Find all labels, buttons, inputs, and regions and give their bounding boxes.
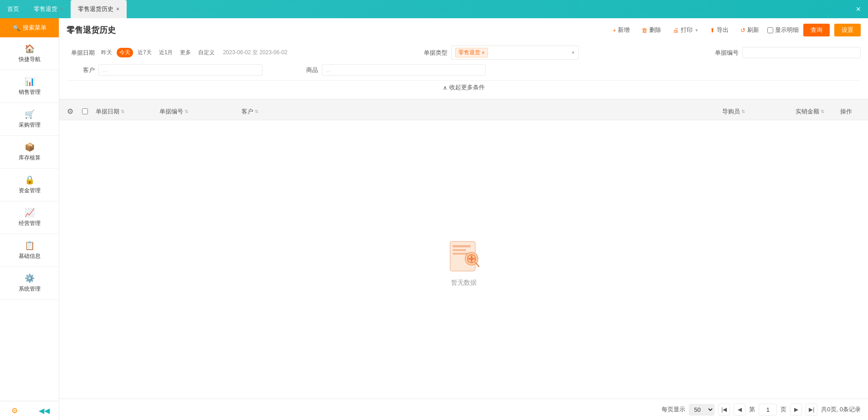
customer-input[interactable] — [98, 64, 262, 76]
sidebar-item-quick-nav[interactable]: 🏠 快捷导航 — [0, 37, 59, 70]
no-input[interactable] — [742, 47, 861, 58]
th-customer[interactable]: 客户 ⇅ — [238, 108, 719, 116]
th-amount-sort-icon: ⇅ — [821, 109, 824, 114]
svg-rect-1 — [452, 245, 471, 247]
date-btn-yesterday[interactable]: 昨天 — [98, 48, 115, 57]
query-button[interactable]: 查询 — [803, 24, 830, 36]
svg-rect-3 — [452, 253, 468, 255]
sidebar-item-basic-info-label: 基础信息 — [19, 252, 41, 260]
page-number-input[interactable] — [759, 404, 777, 415]
page-header-top: 零售退货历史 + 新增 🗑 删除 🖨 打印 ▾ — [67, 24, 861, 36]
no-label: 单据编号 — [710, 49, 742, 57]
type-tag-remove[interactable]: × — [482, 50, 485, 56]
date-btn-7days[interactable]: 近7天 — [135, 48, 154, 57]
audio-button[interactable]: ◀◀ — [30, 401, 59, 420]
table-select-all-checkbox[interactable] — [77, 108, 92, 114]
date-btn-custom[interactable]: 自定义 — [195, 48, 217, 57]
topbar: 首页 零售退货 × 零售退货历史 × × — [0, 0, 868, 18]
sales-icon: 📊 — [25, 77, 35, 87]
sidebar: 🔍 搜索菜单 🏠 快捷导航 📊 销售管理 🛒 采购管理 📦 库存核算 🔒 资金管… — [0, 18, 59, 420]
content-area: 零售退货历史 + 新增 🗑 删除 🖨 打印 ▾ — [59, 18, 868, 420]
page-size-select[interactable]: 10 20 50 100 — [689, 404, 714, 415]
tab-retail-return-close[interactable]: × — [60, 6, 63, 12]
delete-icon: 🗑 — [642, 27, 647, 34]
page-prev-button[interactable]: ◀ — [734, 404, 745, 415]
refresh-button[interactable]: ↺ 刷新 — [737, 24, 763, 36]
th-guide-sort-icon: ⇅ — [741, 109, 745, 114]
export-icon: ⬆ — [710, 27, 715, 34]
date-btn-more[interactable]: 更多 — [177, 48, 194, 57]
table-header: ⚙ 单据日期 ⇅ 单据编号 ⇅ 客户 ⇅ 导购员 ⇅ — [59, 103, 868, 120]
table-settings-icon[interactable]: ⚙ — [63, 107, 77, 116]
type-chevron-icon: ▾ — [572, 50, 575, 56]
display-detail-label: 显示明细 — [775, 26, 799, 34]
refresh-icon: ↺ — [740, 27, 745, 34]
goods-input[interactable] — [322, 64, 486, 76]
sidebar-search-label: 搜索菜单 — [23, 24, 46, 32]
th-guide[interactable]: 导购员 ⇅ — [719, 108, 773, 116]
page-first-button[interactable]: |◀ — [718, 404, 730, 415]
sidebar-item-sales-label: 销售管理 — [19, 88, 41, 96]
sidebar-item-operations[interactable]: 📈 经营管理 — [0, 201, 59, 234]
sidebar-search[interactable]: 🔍 搜索菜单 — [0, 18, 59, 37]
th-no[interactable]: 单据编号 ⇅ — [156, 108, 238, 116]
filter-row-customer: 客户 商品 — [67, 64, 861, 76]
sidebar-item-basic-info[interactable]: 📋 基础信息 — [0, 234, 59, 267]
tab-retail-return[interactable]: 零售退货 × — [26, 0, 71, 18]
page-last-button[interactable]: ▶| — [806, 404, 817, 415]
print-icon: 🖨 — [673, 27, 679, 34]
basic-info-icon: 📋 — [25, 241, 35, 251]
date-btn-1month[interactable]: 近1月 — [156, 48, 176, 57]
tab-retail-return-history-label: 零售退货历史 — [78, 5, 113, 13]
page-word: 第 — [749, 405, 755, 414]
tab-home[interactable]: 首页 — [0, 0, 26, 18]
empty-illustration — [443, 232, 484, 273]
page-unit: 页 — [781, 405, 786, 414]
export-button[interactable]: ⬆ 导出 — [706, 24, 732, 36]
sidebar-bottom: ⚙ ◀◀ — [0, 401, 59, 420]
empty-text: 暂无数据 — [451, 279, 477, 287]
sidebar-item-inventory-label: 库存核算 — [19, 154, 41, 162]
type-label: 单据类型 — [419, 49, 451, 57]
collapse-more-btn[interactable]: ∧ 收起更多条件 — [67, 80, 861, 94]
settings-button[interactable]: ⚙ — [0, 401, 30, 420]
setting-button[interactable]: 设置 — [834, 24, 861, 36]
sidebar-item-inventory[interactable]: 📦 库存核算 — [0, 136, 59, 169]
th-date-label: 单据日期 — [96, 108, 119, 116]
type-select[interactable]: 零售退货 × ▾ — [451, 46, 579, 60]
select-all-input[interactable] — [82, 108, 88, 114]
sidebar-item-sales[interactable]: 📊 销售管理 — [0, 70, 59, 103]
query-label: 查询 — [811, 26, 822, 34]
print-button[interactable]: 🖨 打印 ▾ — [669, 24, 702, 36]
purchase-icon: 🛒 — [25, 109, 35, 119]
sidebar-item-system[interactable]: ⚙️ 系统管理 — [0, 267, 59, 300]
svg-rect-2 — [452, 249, 466, 251]
display-detail-input[interactable] — [767, 27, 773, 33]
th-date-sort-icon: ⇅ — [121, 109, 124, 114]
collapse-label: 收起更多条件 — [449, 83, 485, 92]
audio-icon: ◀◀ — [39, 406, 50, 415]
tab-retail-return-history[interactable]: 零售退货历史 × — [71, 0, 127, 18]
sidebar-item-finance[interactable]: 🔒 资金管理 — [0, 169, 59, 201]
delete-button[interactable]: 🗑 删除 — [638, 24, 665, 36]
sidebar-item-system-label: 系统管理 — [19, 285, 41, 293]
sidebar-item-quick-nav-label: 快捷导航 — [19, 56, 41, 63]
total-label: 共0页, 0条记录 — [821, 405, 861, 414]
date-btn-today[interactable]: 今天 — [117, 48, 133, 57]
topbar-tabs: 首页 零售退货 × 零售退货历史 × — [0, 0, 848, 18]
add-button[interactable]: + 新增 — [609, 24, 633, 36]
type-tag: 零售退货 × — [455, 48, 488, 57]
sidebar-item-purchase[interactable]: 🛒 采购管理 — [0, 103, 59, 136]
th-date[interactable]: 单据日期 ⇅ — [92, 108, 156, 116]
empty-state: 暂无数据 — [443, 232, 484, 287]
window-close-button[interactable]: × — [848, 0, 868, 18]
tab-retail-return-history-close[interactable]: × — [116, 6, 119, 12]
page-next-button[interactable]: ▶ — [790, 404, 802, 415]
page-header: 零售退货历史 + 新增 🗑 删除 🖨 打印 ▾ — [59, 18, 868, 99]
filter-area: 单据日期 昨天 今天 近7天 近1月 更多 自定义 2023-06-02 至 2… — [67, 41, 861, 99]
sidebar-item-purchase-label: 采购管理 — [19, 121, 41, 129]
date-label: 单据日期 — [67, 49, 98, 57]
display-detail-checkbox[interactable]: 显示明细 — [767, 26, 799, 34]
sidebar-item-finance-label: 资金管理 — [19, 187, 41, 195]
th-amount[interactable]: 实销金额 ⇅ — [773, 108, 828, 116]
